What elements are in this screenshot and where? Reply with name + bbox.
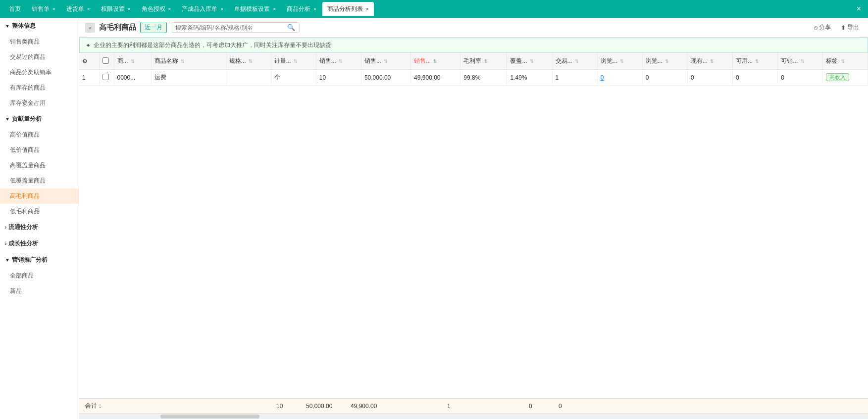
horizontal-scrollbar[interactable]	[79, 413, 868, 419]
sort-icon-available-stock: ⇅	[755, 59, 759, 64]
tab-template-close[interactable]: ×	[273, 6, 276, 12]
sidebar-group-overall[interactable]: ▼ 整体信息	[0, 18, 79, 34]
sort-icon-sales-qty: ⇅	[339, 59, 343, 64]
sidebar-item-sales-goods[interactable]: 销售类商品	[0, 34, 79, 49]
scrollbar-thumb[interactable]	[160, 415, 259, 419]
search-box: 🔍	[171, 22, 300, 33]
col-sales-qty[interactable]: 销售... ⇅	[316, 53, 361, 70]
share-button[interactable]: ⎋ 分享	[811, 22, 834, 33]
export-button[interactable]: ⬆ 导出	[838, 22, 862, 33]
sidebar-group-contribution-label: 贡献量分析	[12, 115, 42, 123]
sort-icon-saleable: ⇅	[801, 59, 805, 64]
sort-icon-code: ⇅	[131, 59, 135, 64]
tab-roles[interactable]: 角色授权 ×	[137, 2, 176, 16]
share-icon: ⎋	[814, 24, 817, 31]
search-input[interactable]	[175, 24, 285, 31]
tab-analysis-close[interactable]: ×	[313, 6, 316, 12]
collapse-sidebar-button[interactable]: «	[85, 23, 95, 33]
table-body: 1 0000... 运费 个 10 50,000.00 49,900.00 99…	[79, 70, 868, 86]
page-title: 高毛利商品	[99, 23, 136, 32]
sidebar: ▼ 整体信息 销售类商品 交易过的商品 商品分类助销率 有库存的商品 库存资金占…	[0, 18, 79, 419]
table-container: ⚙ 商... ⇅ 商品名称 ⇅	[79, 53, 868, 398]
header-actions: ⎋ 分享 ⬆ 导出	[811, 22, 862, 33]
tab-purchase[interactable]: 进货单 ×	[61, 2, 95, 16]
select-all-checkbox[interactable]	[102, 57, 109, 64]
close-all-tabs[interactable]: ×	[854, 4, 864, 13]
sidebar-item-stocked-goods[interactable]: 有库存的商品	[0, 80, 79, 95]
tab-analysis-list-close[interactable]: ×	[366, 6, 369, 12]
sidebar-group-growth[interactable]: › 成长性分析	[0, 235, 79, 252]
sidebar-group-marketing[interactable]: ▼ 营销推广分析	[0, 252, 79, 268]
col-transaction[interactable]: 交易... ⇅	[552, 53, 597, 70]
col-code[interactable]: 商... ⇅	[114, 53, 151, 70]
tab-permissions[interactable]: 权限设置 ×	[96, 2, 136, 16]
sidebar-item-category-rate[interactable]: 商品分类助销率	[0, 65, 79, 80]
tab-roles-label: 角色授权	[142, 5, 165, 13]
col-settings[interactable]: ⚙	[79, 53, 99, 70]
col-sales-amount[interactable]: 销售... ⇅	[361, 53, 410, 70]
sort-icon-tag: ⇅	[841, 59, 845, 64]
cell-available-stock: 0	[733, 70, 778, 86]
footer-cells: 10 50,000.00 49,900.00 1 0 0	[115, 403, 862, 410]
browse1-link[interactable]: 0	[601, 74, 604, 81]
sort-icon-sales-amount: ⇅	[384, 59, 388, 64]
sidebar-item-all-goods[interactable]: 全部商品	[0, 268, 79, 283]
tab-sales-close[interactable]: ×	[52, 6, 55, 12]
col-available-stock[interactable]: 可用... ⇅	[733, 53, 778, 70]
col-tag[interactable]: 标签 ⇅	[823, 53, 868, 70]
time-filter-button[interactable]: 近一月	[140, 22, 167, 33]
tab-home[interactable]: 首页	[4, 2, 26, 16]
tab-sales-label: 销售单	[32, 5, 50, 13]
main-layout: ▼ 整体信息 销售类商品 交易过的商品 商品分类助销率 有库存的商品 库存资金占…	[0, 18, 868, 419]
sidebar-group-contribution[interactable]: ▼ 贡献量分析	[0, 111, 79, 127]
sort-icon-sales-profit: ⇅	[433, 59, 437, 64]
sidebar-group-liquidity[interactable]: › 流通性分析	[0, 219, 79, 235]
cell-browse1[interactable]: 0	[597, 70, 642, 86]
sidebar-item-low-margin[interactable]: 低毛利商品	[0, 204, 79, 219]
sidebar-item-low-coverage[interactable]: 低覆盖量商品	[0, 173, 79, 188]
sort-icon-spec: ⇅	[249, 59, 253, 64]
row-checkbox[interactable]	[102, 74, 109, 80]
col-unit[interactable]: 计量... ⇅	[271, 53, 316, 70]
col-saleable[interactable]: 可销... ⇅	[778, 53, 823, 70]
arrow-icon-liquidity: ›	[5, 225, 6, 230]
sidebar-item-new-goods[interactable]: 新品	[0, 283, 79, 299]
sort-icon-transaction: ⇅	[575, 59, 579, 64]
sidebar-item-traded-goods[interactable]: 交易过的商品	[0, 49, 79, 65]
tab-permissions-close[interactable]: ×	[128, 6, 131, 12]
tab-product-inbound-close[interactable]: ×	[220, 6, 223, 12]
tab-product-inbound[interactable]: 产成品入库单 ×	[177, 2, 228, 16]
sidebar-item-low-value[interactable]: 低价值商品	[0, 142, 79, 158]
info-text: 企业的主要的利润都是这部分商品创造的，可考虑加大推广，同时关注库存量不要出现缺货	[94, 41, 331, 49]
cell-code: 0000...	[114, 70, 151, 86]
tag-badge: 高收入	[826, 73, 849, 81]
tab-purchase-close[interactable]: ×	[87, 6, 90, 12]
sidebar-item-high-margin[interactable]: 高毛利商品	[0, 188, 79, 204]
tab-sales[interactable]: 销售单 ×	[27, 2, 60, 16]
tab-analysis-list-label: 商品分析列表	[327, 5, 363, 13]
tab-template[interactable]: 单据模板设置 ×	[229, 2, 281, 16]
sidebar-item-high-coverage[interactable]: 高覆盖量商品	[0, 158, 79, 173]
tab-analysis[interactable]: 商品分析 ×	[282, 2, 321, 16]
col-checkbox[interactable]	[99, 53, 114, 70]
sidebar-item-high-value[interactable]: 高价值商品	[0, 127, 79, 142]
arrow-icon: ▼	[5, 23, 10, 29]
cell-checkbox[interactable]	[99, 70, 114, 86]
tab-roles-close[interactable]: ×	[168, 6, 171, 12]
col-spec[interactable]: 规格... ⇅	[226, 53, 271, 70]
col-browse1[interactable]: 浏览... ⇅	[597, 53, 642, 70]
footer-sales-amount: 50,000.00	[303, 403, 348, 410]
content-area: « 高毛利商品 近一月 🔍 ⎋ 分享 ⬆ 导出 ✦ 企业的主要的利润都是这部	[79, 18, 868, 419]
col-current-stock[interactable]: 现有... ⇅	[687, 53, 732, 70]
footer-available-stock: 0	[556, 403, 585, 410]
sidebar-item-stock-capital[interactable]: 库存资金占用	[0, 95, 79, 111]
col-coverage[interactable]: 覆盖... ⇅	[507, 53, 552, 70]
col-sales-profit[interactable]: 销售... ⇅	[411, 53, 460, 70]
col-name[interactable]: 商品名称 ⇅	[151, 53, 226, 70]
search-icon[interactable]: 🔍	[287, 24, 295, 31]
col-gross-margin[interactable]: 毛利率 ⇅	[460, 53, 507, 70]
col-browse2[interactable]: 浏览... ⇅	[642, 53, 687, 70]
cell-gross-margin: 99.8%	[460, 70, 507, 86]
cell-name: 运费	[151, 70, 226, 86]
tab-analysis-list[interactable]: 商品分析列表 ×	[322, 2, 374, 16]
